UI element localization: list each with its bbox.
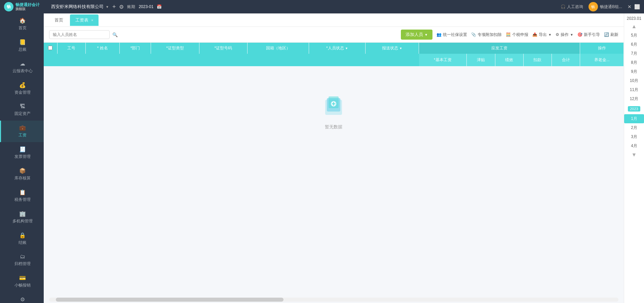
timeline-month-5[interactable]: 5月 [624, 31, 644, 40]
sidebar-label-invoice: 发票管理 [14, 154, 31, 160]
salary-table: 工号 * 姓名 *部门 *证型类型 *证型号码 国籍（地区） *人员状态 ▼ 报… [44, 43, 624, 157]
add-dropdown-icon: ▼ [424, 33, 428, 37]
search-icon[interactable]: 🔍 [112, 32, 118, 37]
timeline-month-11[interactable]: 11月 [624, 85, 644, 94]
sidebar-item-fixed-assets[interactable]: 🏗 固定资产 [0, 99, 44, 121]
th-checkbox[interactable] [44, 43, 57, 54]
org-icon: 🏢 [19, 211, 26, 217]
th-cert-type: *证型类型 [151, 43, 199, 54]
invoice-icon: 🧾 [19, 146, 26, 153]
add-person-button[interactable]: 添加人员 ▼ [401, 30, 432, 40]
refresh-label: 刷新 [610, 32, 618, 38]
timeline-nav-down[interactable]: ▼ [630, 150, 638, 159]
horizontal-scrollbar[interactable] [49, 298, 618, 302]
salary-icon: 💼 [19, 125, 26, 131]
inventory-icon: 📦 [19, 168, 26, 174]
timeline-month-8[interactable]: 8月 [624, 58, 644, 67]
sidebar-label-ledger: 总账 [18, 47, 27, 52]
timeline-month-9[interactable]: 9月 [624, 67, 644, 76]
settings-icon[interactable]: ⚙ [119, 4, 124, 10]
scrollbar-thumb[interactable] [56, 298, 283, 302]
add-person-label: 添加人员 [406, 32, 423, 38]
user-service-button[interactable]: 🎧 人工咨询 [561, 4, 583, 10]
sidebar-item-tax[interactable]: 📋 税务管理 [0, 185, 44, 207]
close-icon[interactable]: ✕ [628, 4, 632, 9]
timeline-month-4[interactable]: 4月 [624, 141, 644, 150]
timeline-month-10[interactable]: 10月 [624, 76, 644, 85]
timeline-month-1[interactable]: 1月 [624, 114, 644, 123]
search-input[interactable] [49, 30, 110, 39]
sidebar-item-ledger[interactable]: 📒 总账 [0, 35, 44, 56]
user-name: 畅捷通B组... [600, 4, 622, 10]
sidebar-label-expense: 小畅报销 [14, 283, 31, 288]
sidebar-label-assets: 固定资产 [14, 111, 31, 117]
close-account-icon: 🔒 [19, 232, 26, 239]
th-report-status[interactable]: 报送状态 ▼ [366, 43, 419, 54]
company-selector[interactable]: 西安虾米网络科技有限公司 ▼ [51, 4, 109, 10]
refresh-button[interactable]: 🔄 刷新 [604, 32, 618, 38]
sidebar-item-archive[interactable]: 🗂 归档管理 [0, 250, 44, 271]
operation-button[interactable]: ⚙ 操作 ▼ [556, 32, 573, 38]
social-security-icon: 👥 [437, 32, 442, 37]
refresh-icon: 🔄 [604, 32, 609, 37]
operation-icon: ⚙ [556, 32, 559, 37]
timeline-month-2[interactable]: 2月 [624, 123, 644, 132]
guide-button[interactable]: 🎯 新手引导 [577, 32, 600, 38]
sidebar-item-inventory[interactable]: 📦 库存核算 [0, 164, 44, 185]
sidebar-item-home[interactable]: 🏠 首页 [0, 13, 44, 35]
ledger-icon: 📒 [19, 39, 26, 45]
timeline-nav-up[interactable]: ▲ [630, 22, 638, 31]
archive-icon: 🗂 [20, 254, 25, 260]
operation-dropdown-icon: ▼ [570, 33, 573, 37]
special-deduction-label: 专项附加扣除 [478, 32, 502, 38]
select-all-checkbox[interactable] [48, 46, 52, 50]
th-total: 合计 [552, 54, 580, 66]
social-security-button[interactable]: 👥 统一社保设置 [437, 32, 467, 38]
calendar-icon[interactable]: 📅 [157, 4, 162, 9]
sidebar-label-archive: 归档管理 [14, 261, 31, 267]
timeline-panel: 2023.01 ▲ 5月 6月 7月 8月 9月 10月 11月 12月 202… [624, 13, 644, 303]
sidebar-item-close-account[interactable]: 🔒 结账 [0, 228, 44, 250]
sidebar-item-salary[interactable]: 💼 工资 [0, 121, 44, 142]
logo-area: 畅 畅捷通好会计 旗舰版 [4, 2, 48, 11]
timeline-year-label: 2023 [628, 106, 640, 112]
empty-state: 暂无数据 [44, 66, 624, 157]
special-deduction-button[interactable]: 📎 专项附加扣除 [471, 32, 502, 38]
header-actions: + ⚙ 账期 2023-01 📅 [112, 3, 162, 10]
sidebar-item-expense[interactable]: 💳 小畅报销 [0, 271, 44, 292]
report-filter-icon[interactable]: ▼ [399, 47, 402, 50]
timeline-month-7[interactable]: 7月 [624, 49, 644, 58]
timeline-month-3[interactable]: 3月 [624, 132, 644, 141]
headset-icon: 🎧 [561, 4, 566, 9]
sidebar-item-fund[interactable]: 💰 资金管理 [0, 78, 44, 99]
sidebar-item-invoice[interactable]: 🧾 发票管理 [0, 142, 44, 164]
app-version: 旗舰版 [15, 7, 40, 11]
basic-setting-icon: ⚙ [20, 296, 25, 303]
th-person-status[interactable]: *人员状态 ▼ [309, 43, 365, 54]
export-button[interactable]: 📤 导出 ▼ [532, 32, 552, 38]
timeline-month-6[interactable]: 6月 [624, 40, 644, 49]
logo-icon: 畅 [4, 2, 13, 11]
tab-home[interactable]: 首页 [49, 14, 69, 26]
expense-icon: 💳 [19, 275, 26, 281]
guide-toolbar-icon: 🎯 [577, 32, 582, 37]
fund-icon: 💰 [19, 82, 26, 88]
add-icon[interactable]: + [112, 3, 116, 10]
special-deduction-icon: 📎 [471, 32, 476, 37]
sidebar-label-salary: 工资 [18, 132, 27, 138]
maximize-icon[interactable]: ⬜ [634, 4, 640, 9]
period-label: 账期 [127, 4, 135, 10]
user-area[interactable]: 畅 畅捷通B组... [589, 2, 622, 11]
sidebar-item-basic-setting[interactable]: ⚙ 基础设置 [0, 292, 44, 303]
timeline-month-12[interactable]: 12月 [624, 94, 644, 103]
sidebar-label-home: 首页 [18, 25, 27, 31]
sidebar-item-cloud-report[interactable]: ☁ 云报表中心 [0, 56, 44, 78]
status-filter-icon[interactable]: ▼ [345, 47, 348, 50]
personal-tax-button[interactable]: 🧮 个税申报 [506, 32, 528, 38]
sidebar-item-multi-org[interactable]: 🏢 多机构管理 [0, 207, 44, 228]
th-deduct: 扣款 [523, 54, 552, 66]
operation-label: 操作 [561, 32, 569, 38]
tab-salary[interactable]: 工资表 × [70, 14, 99, 26]
personal-tax-icon: 🧮 [506, 32, 511, 37]
tab-close-icon[interactable]: × [91, 18, 93, 22]
